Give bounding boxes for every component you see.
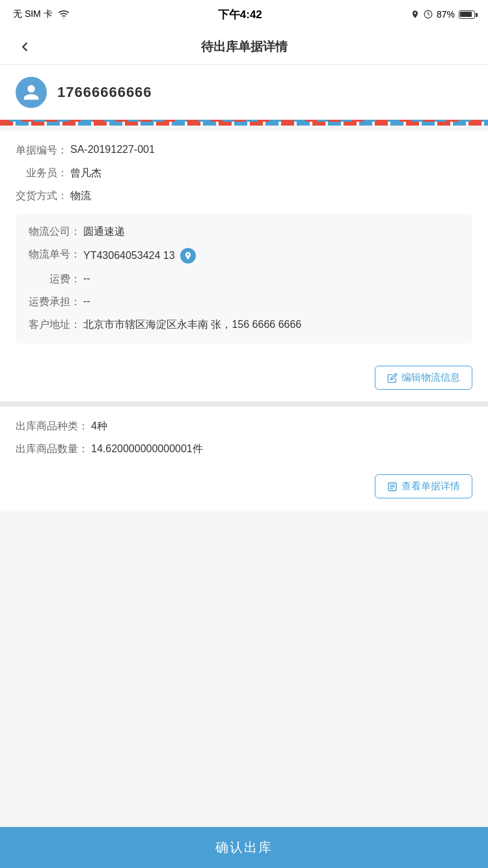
dashed-divider	[0, 122, 488, 126]
doc-number-value: SA-20191227-001	[70, 144, 472, 156]
delivery-method-row: 交货方式： 物流	[16, 189, 472, 203]
clock-icon	[424, 10, 433, 19]
tracking-label: 物流单号：	[29, 248, 81, 262]
goods-type-label: 出库商品种类：	[16, 420, 88, 433]
document-info-section: 单据编号： SA-20191227-001 业务员： 曾凡杰 交货方式： 物流 …	[0, 131, 488, 357]
edit-logistics-button-wrap: 编辑物流信息	[0, 357, 488, 401]
logistics-box: 物流公司： 圆通速递 物流单号： YT43064053424 13 运费： --…	[16, 213, 472, 344]
freight-label: 运费：	[29, 273, 81, 286]
freight-bearer-row: 运费承担： --	[29, 295, 459, 309]
view-detail-label: 查看单据详情	[401, 480, 460, 493]
wifi-icon	[58, 8, 70, 20]
address-label: 客户地址：	[29, 318, 81, 332]
logistics-company-row: 物流公司： 圆通速递	[29, 225, 459, 239]
address-value: 北京市市辖区海淀区永丰南 张，156 6666 6666	[83, 318, 459, 332]
status-bar: 无 SIM 卡 下午4:42 87%	[0, 0, 488, 29]
battery-text: 87%	[437, 9, 455, 20]
nav-bar: 待出库单据详情	[0, 29, 488, 65]
status-left: 无 SIM 卡	[13, 8, 70, 20]
goods-quantity-label: 出库商品数量：	[16, 442, 88, 456]
bottom-spacer	[0, 511, 488, 616]
freight-bearer-label: 运费承担：	[29, 295, 81, 309]
location-service-icon	[411, 10, 420, 19]
freight-value: --	[83, 273, 459, 284]
goods-section: 出库商品种类： 4种 出库商品数量： 14.620000000000001件	[0, 407, 488, 469]
status-right: 87%	[411, 9, 475, 20]
doc-number-label: 单据编号：	[16, 144, 68, 157]
svg-point-0	[63, 18, 64, 19]
avatar	[16, 77, 47, 108]
delivery-method-value: 物流	[70, 189, 472, 203]
freight-bearer-value: --	[83, 295, 459, 307]
confirm-bar[interactable]: 确认出库	[0, 827, 488, 868]
user-phone: 17666666666	[57, 84, 152, 101]
logistics-company-label: 物流公司：	[29, 225, 81, 239]
tracking-value: YT43064053424 13	[83, 248, 459, 264]
goods-type-row: 出库商品种类： 4种	[16, 420, 472, 433]
delivery-method-label: 交货方式：	[16, 189, 68, 203]
salesperson-label: 业务员：	[16, 167, 68, 180]
freight-row: 运费： --	[29, 273, 459, 286]
section-divider	[0, 401, 488, 407]
user-header: 17666666666	[0, 65, 488, 122]
battery-indicator	[459, 10, 475, 19]
doc-number-row: 单据编号： SA-20191227-001	[16, 144, 472, 157]
view-detail-button[interactable]: 查看单据详情	[375, 474, 472, 498]
back-button[interactable]	[13, 35, 36, 59]
tracking-number-row: 物流单号： YT43064053424 13	[29, 248, 459, 264]
edit-logistics-button[interactable]: 编辑物流信息	[375, 366, 472, 390]
carrier-text: 无 SIM 卡	[13, 8, 53, 20]
tracking-location-icon[interactable]	[180, 248, 196, 264]
goods-type-value: 4种	[91, 420, 107, 433]
status-time: 下午4:42	[218, 7, 262, 22]
edit-logistics-label: 编辑物流信息	[401, 372, 460, 384]
goods-quantity-value: 14.620000000000001件	[91, 442, 203, 456]
page-title: 待出库单据详情	[201, 38, 288, 55]
logistics-company-value: 圆通速递	[83, 225, 459, 239]
salesperson-row: 业务员： 曾凡杰	[16, 167, 472, 180]
salesperson-value: 曾凡杰	[70, 167, 472, 180]
confirm-button-text: 确认出库	[215, 840, 273, 854]
view-detail-button-wrap: 查看单据详情	[0, 469, 488, 511]
address-row: 客户地址： 北京市市辖区海淀区永丰南 张，156 6666 6666	[29, 318, 459, 332]
goods-quantity-row: 出库商品数量： 14.620000000000001件	[16, 442, 472, 456]
